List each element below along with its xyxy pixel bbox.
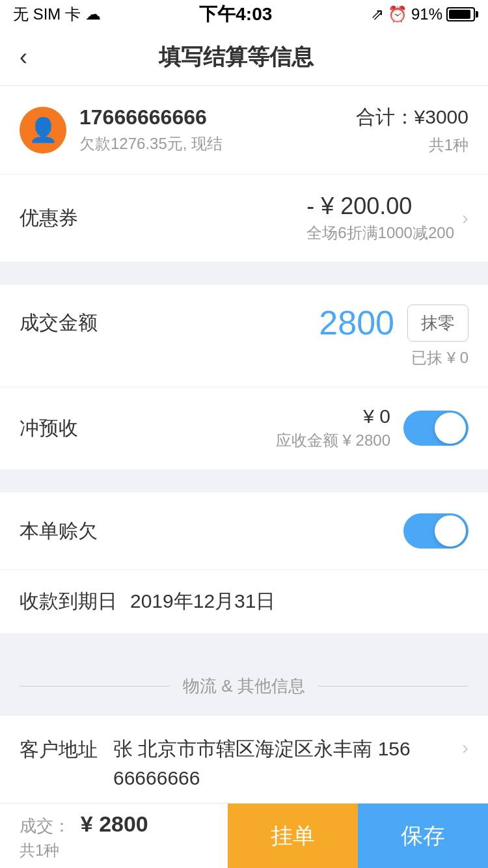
precharge-sub: 应收金额 ¥ 2800 (276, 430, 390, 451)
battery-icon (446, 7, 475, 21)
total-count: 共1种 (356, 135, 468, 156)
page-title: 填写结算等信息 (40, 42, 432, 72)
deal-amount-row: 成交金额 2800 抹零 已抹 ¥ 0 (0, 285, 488, 387)
status-time: 下午4:03 (199, 2, 272, 27)
total-amount-value: ¥3000 (414, 106, 468, 128)
separator-1 (0, 272, 488, 285)
precharge-toggle[interactable] (403, 411, 468, 446)
debit-toggle-knob (435, 515, 466, 547)
avatar: 👤 (20, 107, 66, 154)
divider-line-left (20, 686, 170, 686)
debit-label: 本单赊欠 (20, 518, 98, 545)
coupon-desc: 全场6折满1000减200 (306, 223, 454, 243)
precharge-toggle-knob (435, 413, 466, 444)
coupon-chevron: › (462, 207, 468, 229)
main-content: 👤 17666666666 欠款1276.35元, 现结 合计：¥3000 共1… (0, 86, 488, 868)
divider-line-right (318, 686, 468, 686)
footer-count: 共1种 (20, 840, 208, 861)
footer-info: 成交： ¥ 2800 共1种 (0, 811, 228, 861)
coupon-right: - ¥ 200.00 全场6折满1000减200 › (306, 193, 468, 243)
precharge-row: 冲预收 ¥ 0 应收金额 ¥ 2800 (0, 387, 488, 469)
debit-row: 本单赊欠 (0, 493, 488, 569)
deal-label: 成交金额 (20, 310, 98, 336)
debit-section: 本单赊欠 收款到期日 2019年12月31日 (0, 493, 488, 633)
status-left: 无 SIM 卡 ☁ (13, 4, 101, 25)
footer-deal-amount: ¥ 2800 (81, 811, 148, 836)
address-chevron: › (462, 737, 468, 759)
separator-2 (0, 480, 488, 493)
round-zero-button[interactable]: 抹零 (407, 305, 468, 342)
status-right: ⇗ ⏰ 91% (371, 5, 475, 23)
customer-sub: 欠款1276.35元, 现结 (79, 133, 356, 154)
debit-toggle[interactable] (403, 513, 468, 549)
alarm-icon: ⏰ (388, 5, 407, 23)
customer-phone: 17666666666 (79, 105, 356, 129)
save-button[interactable]: 保存 (358, 804, 488, 869)
footer-deal-line: 成交： ¥ 2800 (20, 811, 208, 837)
coupon-amount: - ¥ 200.00 (306, 193, 454, 220)
precharge-label: 冲预收 (20, 415, 78, 442)
avatar-icon: 👤 (29, 116, 58, 144)
sim-label: 无 SIM 卡 ☁ (13, 4, 101, 25)
footer-deal-label: 成交： (20, 816, 70, 835)
logistics-label: 物流 & 其他信息 (170, 675, 318, 698)
customer-section: 👤 17666666666 欠款1276.35元, 现结 合计：¥3000 共1… (0, 86, 488, 262)
address-value: 张 北京市市辖区海淀区永丰南 156 66666666 (113, 734, 454, 793)
deal-sub: 已抹 ¥ 0 (20, 347, 468, 368)
battery-percent: 91% (411, 5, 442, 23)
nav-bar: ‹ 填写结算等信息 (0, 29, 488, 86)
due-date-value: 2019年12月31日 (130, 588, 275, 615)
status-bar: 无 SIM 卡 ☁ 下午4:03 ⇗ ⏰ 91% (0, 0, 488, 29)
address-row[interactable]: 客户地址 张 北京市市辖区海淀区永丰南 156 66666666 › (0, 716, 488, 811)
total-label: 合计： (356, 106, 414, 128)
due-date-label: 收款到期日 (20, 588, 117, 615)
deal-right: 2800 抹零 (319, 303, 468, 342)
logistics-divider: 物流 & 其他信息 (0, 657, 488, 716)
pend-button[interactable]: 挂单 (228, 804, 358, 869)
coupon-label: 优惠券 (20, 205, 78, 232)
coupon-row[interactable]: 优惠券 - ¥ 200.00 全场6折满1000减200 › (0, 174, 488, 262)
customer-info: 17666666666 欠款1276.35元, 现结 (79, 105, 356, 154)
location-icon: ⇗ (371, 5, 384, 23)
deal-amount-value: 2800 (319, 303, 394, 342)
deal-section: 成交金额 2800 抹零 已抹 ¥ 0 冲预收 ¥ 0 应收金额 ¥ 2800 (0, 285, 488, 469)
total-amount: 合计：¥3000 (356, 104, 468, 131)
address-label: 客户地址 (20, 737, 98, 763)
precharge-amount: ¥ 0 (276, 405, 390, 427)
precharge-value-block: ¥ 0 应收金额 ¥ 2800 (276, 405, 390, 451)
precharge-right: ¥ 0 应收金额 ¥ 2800 (276, 405, 468, 451)
total-info: 合计：¥3000 共1种 (356, 104, 468, 156)
customer-row: 👤 17666666666 欠款1276.35元, 现结 合计：¥3000 共1… (0, 86, 488, 174)
separator-3 (0, 644, 488, 657)
back-button[interactable]: ‹ (20, 44, 40, 71)
footer: 成交： ¥ 2800 共1种 挂单 保存 (0, 803, 488, 868)
due-date-row: 收款到期日 2019年12月31日 (0, 569, 488, 633)
